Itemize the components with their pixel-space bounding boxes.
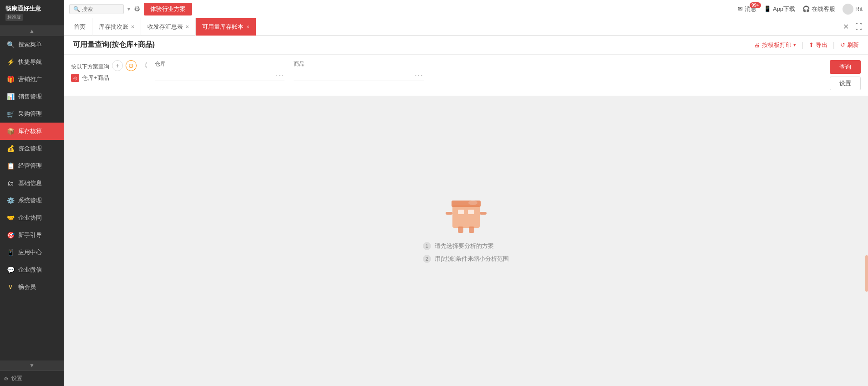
avatar	[843, 4, 853, 15]
add-scheme-button[interactable]: +	[112, 60, 123, 71]
sidebar-item-label: 销售管理	[18, 93, 42, 101]
sidebar-item-sales[interactable]: 📊 销售管理	[0, 88, 64, 105]
finance-icon: 💰	[6, 144, 15, 153]
sidebar-item-label: 系统管理	[18, 196, 42, 205]
sidebar-item-label: 经营管理	[18, 162, 42, 170]
tab-collect[interactable]: 收发存汇总表 ×	[141, 18, 196, 36]
sidebar-scroll-up[interactable]: ▲	[0, 26, 64, 36]
sidebar-item-label: 企业协同	[18, 214, 42, 222]
refresh-label: 刷新	[847, 41, 859, 49]
warehouse-field-label: 仓库	[155, 60, 284, 68]
sidebar-item-label: 新手引导	[18, 231, 42, 239]
query-button[interactable]: 查询	[830, 60, 861, 74]
settings-button[interactable]: 设置	[830, 77, 861, 90]
sidebar-item-shortcut[interactable]: ⚡ 快捷导航	[0, 53, 64, 71]
gear-icon[interactable]: ⚙	[134, 5, 140, 13]
svg-rect-2	[458, 210, 464, 214]
settings-icon: ⚙	[4, 376, 9, 382]
settings-scheme-button[interactable]: ⊙	[126, 60, 137, 71]
export-label: 导出	[816, 41, 827, 49]
sidebar-item-label: 库存核算	[18, 127, 42, 135]
basic-icon: 🗂	[6, 179, 15, 187]
tab-batch[interactable]: 库存批次账 ×	[92, 18, 141, 36]
sidebar-item-basic[interactable]: 🗂 基础信息	[0, 175, 64, 192]
page-content: 可用量查询(按仓库+商品) 🖨 按模板打印 ▾ | ⬆ 导出 | ↺ 刷新	[64, 36, 868, 386]
tab-close-batch[interactable]: ×	[131, 24, 134, 30]
warehouse-field: 仓库 ···	[155, 60, 284, 81]
sidebar-scroll-down[interactable]: ▼	[0, 360, 64, 371]
print-chevron-icon[interactable]: ▾	[793, 42, 796, 48]
online-service-label: 在线客服	[812, 5, 835, 13]
tab-available[interactable]: 可用量库存账本 ×	[196, 18, 256, 36]
enterprise-icon: 🤝	[6, 214, 15, 222]
purchase-icon: 🛒	[6, 110, 15, 118]
scheme-list: ◎ 仓库+商品	[71, 74, 149, 82]
refresh-button[interactable]: ↺ 刷新	[840, 41, 859, 49]
tabs-right: ✕ ⛶	[841, 21, 864, 33]
product-input[interactable]	[294, 72, 412, 79]
scheme-item-warehouse-product[interactable]: ◎ 仓库+商品	[71, 74, 149, 82]
sidebar-item-member[interactable]: V 畅会员	[0, 278, 64, 296]
hint-2-text: 用[过滤]条件来缩小分析范围	[435, 255, 509, 263]
tab-close-available[interactable]: ×	[246, 24, 249, 30]
sidebar-bottom[interactable]: ⚙ 设置	[0, 371, 64, 386]
sidebar-item-wechat[interactable]: 💬 企业微信	[0, 261, 64, 278]
sidebar-items: 🔍 搜索菜单 ⚡ 快捷导航 🎁 营销推广 📊 销售管理 🛒 采购管理 📦 库存核…	[0, 36, 64, 360]
message-button[interactable]: ✉ 消息 99+	[738, 5, 756, 13]
app-download-label: App下载	[773, 5, 795, 13]
divider2: |	[833, 41, 835, 49]
hint-item-2: 2 用[过滤]条件来缩小分析范围	[423, 255, 509, 263]
step-2-circle: 2	[423, 255, 431, 263]
print-button[interactable]: 🖨 按模板打印 ▾	[754, 41, 796, 49]
tab-close-collect[interactable]: ×	[186, 24, 189, 30]
tabs-bar: 首页 库存批次账 × 收发存汇总表 × 可用量库存账本 × ✕ ⛶	[64, 18, 868, 36]
trial-button[interactable]: 体验行业方案	[144, 3, 192, 15]
svg-rect-3	[468, 210, 474, 214]
tab-home[interactable]: 首页	[67, 18, 92, 36]
sidebar-item-operation[interactable]: 📋 经营管理	[0, 157, 64, 175]
query-actions: 查询 设置	[830, 60, 861, 90]
tab-available-label: 可用量库存账本	[202, 23, 244, 31]
sidebar-item-marketing[interactable]: 🎁 营销推广	[0, 71, 64, 88]
topbar-search-box[interactable]: 🔍	[69, 4, 124, 14]
sidebar-item-system[interactable]: ⚙️ 系统管理	[0, 192, 64, 209]
sidebar-logo: 畅康通好生意 标准版	[0, 0, 64, 26]
sidebar-item-label: 基础信息	[18, 179, 42, 187]
user-menu[interactable]: Rit	[843, 4, 863, 15]
sidebar-item-label: 畅会员	[18, 283, 36, 291]
sidebar-item-newcomer[interactable]: 🎯 新手引导	[0, 226, 64, 244]
scheme-item-label: 仓库+商品	[82, 74, 109, 82]
scheme-item-icon: ◎	[71, 74, 79, 82]
sidebar-item-inventory[interactable]: 📦 库存核算	[0, 123, 64, 140]
warehouse-input[interactable]	[155, 72, 273, 79]
product-more-icon[interactable]: ···	[415, 71, 423, 79]
sidebar-item-search[interactable]: 🔍 搜索菜单	[0, 36, 64, 53]
svg-rect-7	[458, 226, 463, 233]
sidebar-item-finance[interactable]: 💰 资金管理	[0, 140, 64, 157]
expand-tab-button[interactable]: ⛶	[853, 21, 864, 33]
empty-illustration	[443, 189, 489, 235]
sidebar: 畅康通好生意 标准版 ▲ 🔍 搜索菜单 ⚡ 快捷导航 🎁 营销推广 📊 销售管理…	[0, 0, 64, 386]
chevron-down-icon[interactable]: ▾	[127, 6, 130, 12]
version-badge: 标准版	[5, 14, 23, 21]
right-scrollbar[interactable]	[865, 255, 868, 292]
message-badge: 99+	[750, 2, 761, 8]
search-icon: 🔍	[73, 6, 80, 12]
sidebar-item-enterprise[interactable]: 🤝 企业协同	[0, 209, 64, 226]
search-input[interactable]	[82, 6, 118, 12]
warehouse-more-icon[interactable]: ···	[276, 71, 284, 79]
sidebar-item-appstore[interactable]: 📱 应用中心	[0, 244, 64, 261]
topbar: 🔍 ▾ ⚙ 体验行业方案 ✉ 消息 99+ 📱 App下载 🎧 在线客服 Rit	[64, 0, 868, 18]
divider: |	[802, 41, 803, 49]
collapse-button[interactable]: 《	[139, 61, 149, 71]
sidebar-item-purchase[interactable]: 🛒 采购管理	[0, 105, 64, 123]
online-service-button[interactable]: 🎧 在线客服	[802, 5, 835, 13]
app-download-button[interactable]: 📱 App下载	[764, 5, 795, 13]
sidebar-item-label: 快捷导航	[18, 58, 42, 66]
close-all-tabs-button[interactable]: ✕	[841, 21, 851, 33]
svg-rect-8	[469, 226, 474, 233]
export-button[interactable]: ⬆ 导出	[809, 41, 827, 49]
empty-state: 1 请先选择要分析的方案 2 用[过滤]条件来缩小分析范围	[64, 96, 868, 355]
tab-batch-label: 库存批次账	[99, 23, 128, 31]
shortcut-icon: ⚡	[6, 58, 15, 66]
